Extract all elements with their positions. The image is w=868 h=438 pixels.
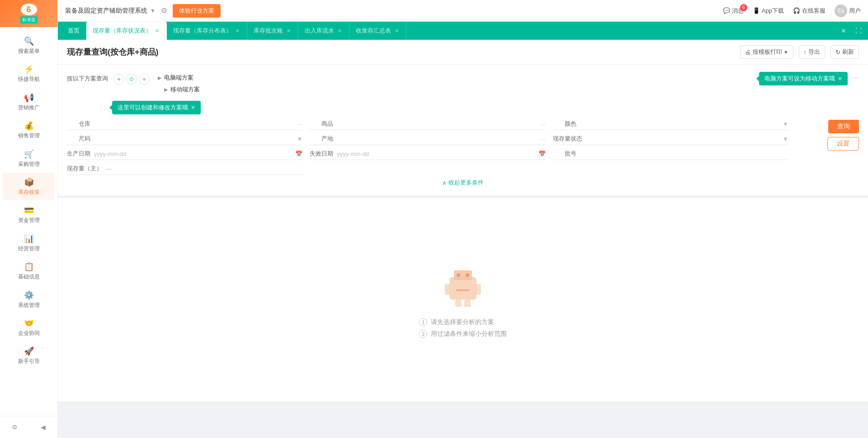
- goods-input[interactable]: [337, 121, 538, 127]
- set-btn[interactable]: 设置: [827, 137, 859, 151]
- sidebar-item-inventory[interactable]: 📦 库存核算: [3, 173, 55, 200]
- inventory-icon: 📦: [24, 177, 34, 187]
- sidebar-item-marketing[interactable]: 📢 营销推广: [3, 88, 55, 115]
- warehouse-input[interactable]: [94, 121, 296, 127]
- sidebar-item-search[interactable]: 🔍 搜索菜单: [3, 32, 55, 59]
- export-label: 导出: [808, 48, 820, 56]
- size-input[interactable]: [94, 136, 295, 142]
- add-scheme-btn[interactable]: +: [113, 74, 124, 85]
- exp-date-calendar-icon[interactable]: 📅: [538, 151, 546, 157]
- print-chevron-icon: ▼: [784, 50, 788, 55]
- color-field: 颜色 ▼: [553, 120, 788, 130]
- pc-scheme-item[interactable]: ▶ 电脑端方案: [155, 72, 750, 84]
- sidebar-item-purchase[interactable]: 🛒 采购管理: [3, 145, 55, 172]
- svg-rect-8: [464, 300, 471, 307]
- tooltip1-popup: 电脑方案可设为移动方案哦 ✕: [759, 72, 848, 85]
- template-print-btn[interactable]: 🖨 按模板打印 ▼: [740, 45, 793, 59]
- tab-close-inventory-dist[interactable]: ✕: [235, 28, 241, 34]
- app-download-btn[interactable]: 📱 App下载: [753, 7, 784, 15]
- color-input[interactable]: [580, 121, 781, 127]
- svg-rect-7: [455, 300, 462, 307]
- sidebar: 6 标准版 🔍 搜索菜单 ⚡ 快捷导航 📢 营销推广 💰 销售管理 🛒 采购管理…: [0, 0, 58, 438]
- stock-main-field: 现存量（主）: [67, 165, 302, 175]
- tab-label-collect-send: 收发存汇总表: [356, 27, 391, 35]
- sidebar-item-system[interactable]: ⚙️ 系统管理: [3, 286, 55, 313]
- industry-btn[interactable]: 体验行业方案: [173, 4, 221, 18]
- mfg-date-calendar-icon[interactable]: 📅: [295, 151, 302, 157]
- batch-input[interactable]: [580, 151, 788, 157]
- exp-date-input[interactable]: [337, 151, 536, 157]
- sidebar-label-sales: 销售管理: [18, 132, 40, 139]
- search-btn[interactable]: 查询: [828, 120, 859, 133]
- phone-icon: 📱: [753, 7, 760, 14]
- tab-collect-send[interactable]: 收发存汇总表✕: [349, 22, 406, 40]
- filter-more-dots[interactable]: ···: [853, 72, 859, 82]
- stock-status-input[interactable]: [586, 136, 781, 142]
- sales-icon: 💰: [24, 121, 34, 131]
- tooltip1-close-btn[interactable]: ✕: [838, 75, 842, 82]
- empty-illustration: [438, 261, 488, 311]
- tab-close-batch-account[interactable]: ✕: [286, 28, 292, 34]
- sidebar-item-finance[interactable]: 💳 资金管理: [3, 201, 55, 228]
- system-chevron-icon: ▼: [150, 8, 156, 14]
- origin-input[interactable]: [337, 136, 538, 142]
- tooltip2-popup: 这里可以创建和修改方案哦 ✕: [112, 101, 201, 114]
- online-service-btn[interactable]: 🎧 在线客服: [793, 7, 826, 15]
- message-btn[interactable]: 💬 消息 6: [723, 7, 744, 15]
- tab-label-inventory-dist: 现存量（库存分布表）: [173, 27, 232, 35]
- tab-close-inventory-status[interactable]: ✕: [154, 28, 160, 34]
- color-dropdown-icon[interactable]: ▼: [783, 121, 788, 127]
- collapse-more-btn[interactable]: ∧ 收起更多条件: [442, 179, 484, 187]
- search-icon: 🔍: [24, 36, 34, 46]
- goods-dots-icon[interactable]: ···: [541, 121, 546, 127]
- sidebar-item-guide[interactable]: ⚡ 快捷导航: [3, 60, 55, 87]
- stock-main-input[interactable]: [106, 165, 302, 172]
- tab-inventory-dist[interactable]: 现存量（库存分布表）✕: [167, 22, 247, 40]
- tab-batch-account[interactable]: 库存批次账✕: [247, 22, 298, 40]
- empty-tip-1: 1 请先选择要分析的方案: [419, 318, 507, 326]
- message-badge: 6: [740, 4, 747, 11]
- expand-tab-btn[interactable]: ⛶: [853, 25, 864, 36]
- tab-in-out-flow[interactable]: 出入库流水✕: [298, 22, 349, 40]
- sidebar-label-marketing: 营销推广: [18, 104, 40, 111]
- origin-dots-icon[interactable]: ···: [541, 136, 546, 142]
- page-title: 现存量查询(按仓库+商品): [67, 47, 159, 63]
- stock-status-dropdown-icon[interactable]: ▼: [783, 136, 788, 142]
- tab-close-in-out-flow[interactable]: ✕: [337, 28, 343, 34]
- mfg-date-input[interactable]: [94, 151, 293, 157]
- tip1-text: 请先选择要分析的方案: [431, 318, 494, 326]
- import-scheme-btn[interactable]: «: [139, 74, 150, 85]
- tooltip1-wrap: 电脑方案可设为移动方案哦 ✕: [759, 72, 848, 85]
- marketing-icon: 📢: [24, 93, 34, 103]
- origin-label: 产地: [310, 135, 337, 143]
- filter-fields-grid: 仓库 ··· 尺码 ▼ 生产日期 📅: [67, 120, 859, 175]
- close-all-tabs-btn[interactable]: ✕: [838, 25, 849, 36]
- tab-close-collect-send[interactable]: ✕: [394, 28, 400, 34]
- topbar-gear-icon[interactable]: ⚙: [161, 6, 167, 15]
- sidebar-item-enterprise[interactable]: 🤝 企业协同: [3, 314, 55, 341]
- settings-btn[interactable]: ⚙: [10, 422, 19, 433]
- refresh-btn[interactable]: ↻ 刷新: [830, 45, 859, 59]
- tooltip2-close-btn[interactable]: ✕: [191, 104, 195, 111]
- sidebar-item-sales[interactable]: 💰 销售管理: [3, 116, 55, 143]
- filter-col-2: 商品 ··· 产地 ··· 失效日期 📅: [310, 120, 545, 160]
- size-dropdown-icon[interactable]: ▼: [297, 136, 302, 142]
- warehouse-dots-icon[interactable]: ···: [297, 121, 302, 127]
- sidebar-item-basic[interactable]: 📋 基础信息: [3, 257, 55, 284]
- tab-inventory-status[interactable]: 现存量（库存状况表）✕: [86, 22, 167, 40]
- sidebar-item-operation[interactable]: 📊 经营管理: [3, 229, 55, 256]
- empty-tips: 1 请先选择要分析的方案 2 用过滤条件来缩小分析范围: [419, 318, 507, 338]
- copy-scheme-btn[interactable]: ⊙: [126, 74, 137, 85]
- stock-status-field: 现存量状态 ▼: [553, 135, 788, 145]
- export-btn[interactable]: ↑ 导出: [799, 45, 826, 59]
- mobile-scheme-item[interactable]: ▶ 移动端方案: [155, 84, 750, 95]
- sidebar-item-newbie[interactable]: 🚀 新手引导: [3, 342, 55, 369]
- svg-point-2: [457, 273, 460, 277]
- collapse-btn[interactable]: ◀: [39, 422, 47, 433]
- tabbar: 首页现存量（库存状况表）✕现存量（库存分布表）✕库存批次账✕出入库流水✕收发存汇…: [58, 22, 868, 40]
- filter-top: 按以下方案查询 + ⊙ « ▶ 电脑端方案 ▶ 移动端方案: [67, 72, 859, 95]
- sidebar-logo: 6 标准版: [0, 0, 57, 27]
- user-area[interactable]: Ea 用户: [835, 5, 861, 17]
- collapse-up-icon: ∧: [442, 179, 447, 186]
- tab-home[interactable]: 首页: [61, 22, 86, 40]
